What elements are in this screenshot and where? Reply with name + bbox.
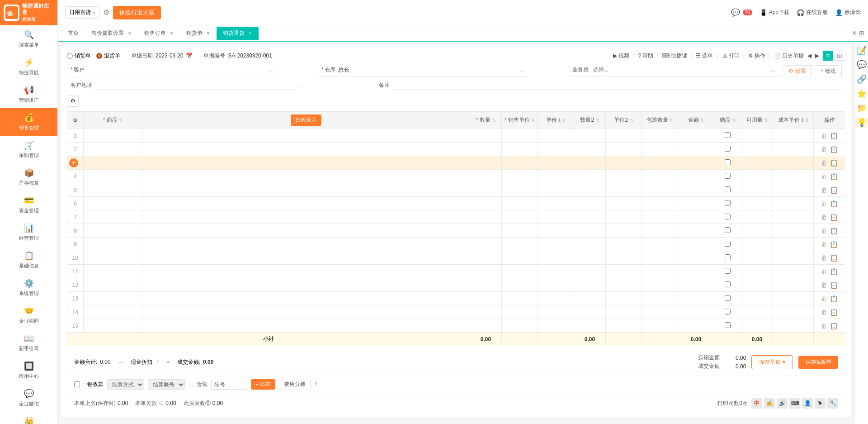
row-qty2-2[interactable] [574,143,606,156]
sidebar-item-wechat[interactable]: 💬 企业微信 [0,384,57,412]
sidebar-item-purchase[interactable]: 🛒 采购管理 [0,136,57,163]
sidebar-item-cooperation[interactable]: 🤝 企业协同 [0,301,57,329]
copy-row-13[interactable]: 📋 [830,295,838,302]
tab-sales-delivery[interactable]: 销货单 ✕ [180,27,217,40]
row-gift-1[interactable] [714,129,741,143]
copy-row-11[interactable]: 📋 [830,268,838,275]
industry-selector[interactable]: 日用百货 ▾ [65,6,99,19]
action-print[interactable]: 🖨 打印 [722,52,740,60]
taskbar-icon-5[interactable]: 👤 [802,398,813,409]
gift-checkbox-add[interactable] [725,159,731,165]
account-number-select[interactable]: 结算账号 [148,379,185,390]
action-history[interactable]: 📄 历史单据 [774,52,804,60]
radio-sales-input[interactable] [67,53,73,59]
tab-sales-return-close[interactable]: ✕ [248,30,252,36]
sidebar-item-search[interactable]: 🔍 搜索菜单 [0,25,57,53]
row-unit2-1[interactable] [606,129,642,143]
gift-checkbox-9[interactable] [725,241,731,247]
add-row-unit2[interactable] [606,156,642,170]
copy-row-10[interactable]: 📋 [830,254,838,262]
th-unit-sort[interactable]: ⇅ [531,118,535,123]
close-all-tabs-icon[interactable]: ✕ [852,29,857,37]
delete-row-10[interactable]: 🗑 [821,254,827,262]
table-settings-icon[interactable]: ⚙ [73,117,78,124]
delete-row-2[interactable]: 🗑 [821,146,827,153]
account-dots[interactable]: ... [189,381,193,388]
sidebar-item-marketing[interactable]: 📢 营销推广 [0,81,57,108]
gift-checkbox-8[interactable] [725,227,731,233]
online-service-item[interactable]: 🎧 在线客服 [797,9,828,16]
amount-input[interactable] [211,380,247,390]
sidebar-item-system[interactable]: ⚙️ 系统管理 [0,274,57,301]
row-qty-2[interactable] [470,143,502,156]
taskbar-icon-3[interactable]: 🔊 [777,398,788,409]
gift-checkbox-7[interactable] [725,214,731,219]
customer-dots[interactable]: ... [269,67,274,73]
rp-icon-4[interactable]: ⭐ [857,89,867,99]
gift-checkbox-2[interactable] [725,146,731,152]
delete-row-13[interactable]: 🗑 [821,295,827,302]
action-prev-record[interactable]: ◀ [807,52,811,59]
scan-btn[interactable]: 扫码录入 [291,114,321,126]
table-settings-btn[interactable]: ⚙ [67,95,79,107]
fenpai-btn[interactable]: 费用分摊 [279,379,311,390]
sidebar-item-apps[interactable]: 🔲 应用中心 [0,357,57,384]
row-product-2[interactable] [84,143,142,156]
copy-add-row[interactable]: 📋 [830,159,838,167]
rp-icon-1[interactable]: 📝 [857,45,867,55]
delete-row-9[interactable]: 🗑 [821,241,827,248]
copy-row-2[interactable]: 📋 [830,146,838,153]
delete-row-12[interactable]: 🗑 [821,281,827,289]
copy-row-15[interactable]: 📋 [830,322,838,329]
row-qty2-1[interactable] [574,129,606,143]
copy-row-6[interactable]: 📋 [830,200,838,207]
copy-row-5[interactable]: 📋 [830,186,838,194]
add-row-price[interactable] [538,156,574,170]
add-row-btn-cell[interactable]: + [67,156,84,170]
gift-checkbox-12[interactable] [725,281,731,287]
delete-add-row[interactable]: 🗑 [821,159,827,167]
taskbar-icon-1[interactable]: 中 [751,398,762,409]
row-price-2[interactable] [538,143,574,156]
sidebar-item-member[interactable]: 👑 畅会员 [0,412,57,424]
row-gift-2[interactable] [714,143,741,156]
add-row-qty2[interactable] [574,156,606,170]
gift-checkbox-4[interactable] [725,173,731,179]
delete-row-1[interactable]: 🗑 [821,132,827,139]
delete-row-6[interactable]: 🗑 [821,200,827,207]
th-gift-sort[interactable]: ⇅ [732,118,736,123]
copy-row-12[interactable]: 📋 [830,281,838,289]
th-unit2-sort[interactable]: ⇅ [630,118,633,123]
rp-icon-5[interactable]: 📁 [857,103,867,113]
delete-row-5[interactable]: 🗑 [821,186,827,194]
th-cost-info-icon[interactable]: ℹ [802,117,803,123]
add-row-product[interactable] [84,156,142,170]
copy-row-8[interactable]: 📋 [830,227,838,234]
logistics-btn[interactable]: + 物流 [815,65,842,77]
delete-row-11[interactable]: 🗑 [821,268,827,275]
row-amount-1[interactable] [678,129,714,143]
add-row-pack[interactable] [642,156,678,170]
th-qty-sort[interactable]: ⇅ [492,118,495,123]
row-pack-1[interactable] [642,129,678,143]
th-price-sort[interactable]: ⇅ [562,118,566,123]
date-value[interactable]: 2023-03-20 [156,52,183,59]
action-video[interactable]: ▶ 视频 [613,52,629,60]
action-shortcut[interactable]: ⌨ 快捷键 [662,52,687,60]
row-unit-2[interactable] [502,143,538,156]
row-qty-1[interactable] [470,129,502,143]
th-qty2-sort[interactable]: ⇅ [596,118,599,123]
add-row-unit[interactable] [502,156,538,170]
action-help[interactable]: ? 帮助 [638,52,654,60]
settings-gear-icon[interactable]: ⚙ [103,8,109,17]
address-dots[interactable]: ... [297,82,302,89]
add-row-btn[interactable]: + [69,158,78,167]
gift-checkbox-10[interactable] [725,254,731,260]
radio-return[interactable]: 退货单 [96,52,120,60]
gift-checkbox-11[interactable] [725,268,731,274]
tab-sales-order[interactable]: 销售订单 ✕ [138,27,180,40]
gift-checkbox-1[interactable] [725,132,731,138]
app-download-item[interactable]: 📱 App下载 [760,9,789,16]
tab-sales-return[interactable]: 销货退货 ✕ [217,27,259,40]
add-row-amount[interactable] [678,156,714,170]
